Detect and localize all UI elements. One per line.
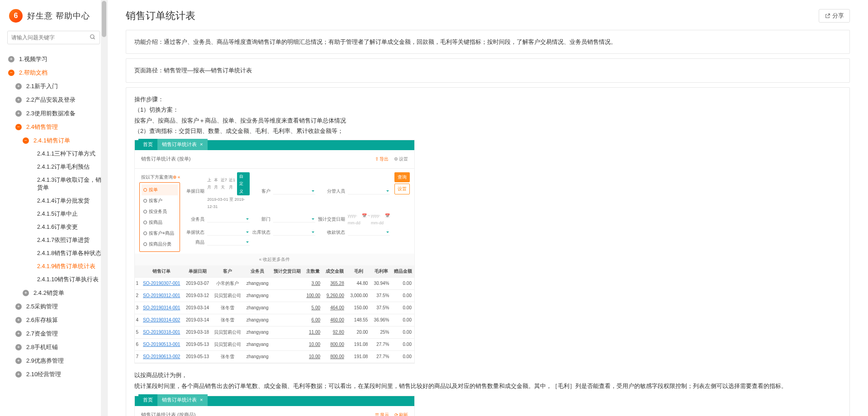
scrollbar-thumb[interactable] <box>102 1 106 37</box>
steps-head: 操作步骤： <box>134 94 841 104</box>
nav-2-7[interactable]: +2.7资金管理 <box>0 327 107 340</box>
nav-leaf-6[interactable]: 2.4.1.6订单变更 <box>0 221 107 234</box>
cell: 5 <box>135 326 140 339</box>
shot-title: 销售订单统计表 (按商品) <box>141 411 195 416</box>
expand-icon: + <box>15 97 22 103</box>
expand-icon: + <box>23 290 29 296</box>
cell <box>271 290 304 302</box>
cell: 小常的客户 <box>212 278 244 290</box>
cell: 36.96% <box>370 314 392 326</box>
nav-2-8[interactable]: +2.8手机旺铺 <box>0 340 107 354</box>
set-btn: 设置 <box>394 184 410 194</box>
cell: 贝贝贸易公司 <box>212 339 244 351</box>
expand-icon: + <box>15 371 22 378</box>
cell: 张冬雪 <box>212 351 244 363</box>
collapse-icon: − <box>23 137 29 144</box>
nav-leaf-3[interactable]: 2.4.1.3订单收取订金，销货单 <box>0 174 107 194</box>
show-link: ☰ 显示 <box>375 411 389 416</box>
nav-2-6[interactable]: +2.6库存核算 <box>0 313 107 327</box>
table-row: 6SO-20190513-0012019-05-13贝贝贸易公司zhangyan… <box>135 339 414 351</box>
cell: 张冬雪 <box>212 314 244 326</box>
search-box[interactable] <box>7 31 100 44</box>
cell: 4 <box>135 314 140 326</box>
lbl: 业务员 <box>186 215 204 223</box>
svg-point-0 <box>90 34 94 38</box>
path-label: 页面路径： <box>134 67 164 74</box>
nav-l1-video[interactable]: +1.视频学习 <box>0 52 107 66</box>
nav-2-9[interactable]: +2.9优惠券管理 <box>0 354 107 368</box>
expand-icon: + <box>15 83 22 90</box>
nav-2-10[interactable]: +2.10经营管理 <box>0 368 107 381</box>
lbl: 收款状态 <box>318 228 345 236</box>
search-icon[interactable] <box>90 34 96 42</box>
cell <box>271 314 304 326</box>
screenshot-2: 首页 销售订单统计表 × 销售订单统计表 (按商品) ☰ 显示 ⟳ 刷新 <box>134 396 415 416</box>
th: 销售订单 <box>140 265 184 278</box>
field <box>348 229 390 236</box>
cell: 3.00 <box>304 278 323 290</box>
nav-2-1[interactable]: +2.1新手入门 <box>0 80 107 93</box>
nav-2-4-1[interactable]: −2.4.1销售订单 <box>0 134 107 147</box>
filter-grid: 单据日期 上月 本月 近7天 近1月 自定义 2019-03-01 至 2019… <box>186 172 390 246</box>
nav-leaf-9[interactable]: 2.4.1.9销售订单统计表 <box>0 260 107 273</box>
nav-leaf-10[interactable]: 2.4.1.10销售订单执行表 <box>0 273 107 286</box>
lbl: 分管人员 <box>318 187 345 195</box>
cell: 37.5% <box>370 290 392 302</box>
cell: 0.00 <box>392 278 415 290</box>
date-range: 2019-03-01 至 2019-12-31 <box>207 196 249 210</box>
cell: 6 <box>135 339 140 351</box>
th: 主数量 <box>304 265 323 278</box>
nav-leaf-8[interactable]: 2.4.1.8销售订单各种状态 <box>0 247 107 260</box>
nav-2-3[interactable]: +2.3使用前数据准备 <box>0 107 107 120</box>
main-content: 销售订单统计表 分享 功能介绍：通过客户、业务员、商品等维度查询销售订单的明细汇… <box>108 0 868 416</box>
cell: 148.55 <box>347 314 371 326</box>
page-title: 销售订单统计表 <box>126 9 195 23</box>
cell: 0.00 <box>392 351 415 363</box>
search-wrap <box>0 31 107 49</box>
screenshot-1: 首页 销售订单统计表 × 销售订单统计表 (按单) ⇧ 导出 ⚙ 设置 按以下方… <box>134 140 415 364</box>
nav-2-5[interactable]: +2.5采购管理 <box>0 300 107 313</box>
sidebar-scrollbar[interactable] <box>101 0 107 416</box>
cell: 2019-05-13 <box>184 339 212 351</box>
nav-2-4-2[interactable]: +2.4.2销货单 <box>0 286 107 300</box>
field <box>207 216 249 222</box>
lbl: 部门 <box>252 215 270 223</box>
cell: 100.00 <box>304 290 323 302</box>
field <box>273 229 315 236</box>
th: 成交金额 <box>323 265 347 278</box>
scheme-box: 按单 按客户 按业务员 按商品 按客户+商品 按商品分类 <box>139 182 180 252</box>
lbl: 客户 <box>252 187 270 195</box>
cell: 2019-03-18 <box>184 326 212 339</box>
cell: 9,260.00 <box>323 290 347 302</box>
intro-text: 通过客户、业务员、商品等维度查询销售订单的明细汇总情况；有助于管理者了解订单成交… <box>164 38 617 45</box>
nav-leaf-5[interactable]: 2.4.1.5订单中止 <box>0 208 107 221</box>
cell: 191.08 <box>347 339 371 351</box>
query-btn: 查询 <box>394 172 410 182</box>
th: 赠品金额 <box>392 265 415 278</box>
share-button[interactable]: 分享 <box>819 9 850 23</box>
cell: zhangyang <box>244 290 270 302</box>
filter-buttons: 查询 设置 <box>394 172 410 252</box>
shot-head: 销售订单统计表 (按商品) ☰ 显示 ⟳ 刷新 <box>135 406 414 416</box>
nav-l1-help[interactable]: −2.帮助文档 <box>0 66 107 80</box>
step-1-text: 按客户、按商品、按客户＋商品、按单、按业务员等维度来查看销售订单总体情况 <box>134 115 841 126</box>
cell: 25% <box>370 326 392 339</box>
cell: 464.00 <box>323 302 347 314</box>
cell: 0.00 <box>392 290 415 302</box>
cell: 92.80 <box>323 326 347 339</box>
p2b: 统计某段时间里，各个商品销售出去的订单笔数、成交金额、毛利等数据；可以看出，在某… <box>134 381 841 391</box>
shot-body: 按以下方案查询⊕ « 按单 按客户 按业务员 按商品 按客户+商品 按商品分类 … <box>135 169 414 254</box>
nav-2-4[interactable]: −2.4销售管理 <box>0 120 107 134</box>
cell <box>271 278 304 290</box>
cell: 800.00 <box>323 351 347 363</box>
cell: 44.80 <box>347 278 371 290</box>
lbl: 单据状态 <box>186 228 204 236</box>
expand-icon: + <box>8 56 14 62</box>
nav-2-2[interactable]: +2.2产品安装及登录 <box>0 93 107 107</box>
nav-leaf-1[interactable]: 2.4.1.1三种下订单方式 <box>0 147 107 161</box>
nav-leaf-2[interactable]: 2.4.1.2订单毛利预估 <box>0 161 107 174</box>
nav-leaf-7[interactable]: 2.4.1.7依照订单进货 <box>0 234 107 247</box>
search-input[interactable] <box>11 34 90 41</box>
step-2: （2）查询指标：交货日期、数量、成交金额、毛利、毛利率、累计收款金额等； <box>134 126 841 136</box>
nav-leaf-4[interactable]: 2.4.1.4订单分批发货 <box>0 194 107 208</box>
